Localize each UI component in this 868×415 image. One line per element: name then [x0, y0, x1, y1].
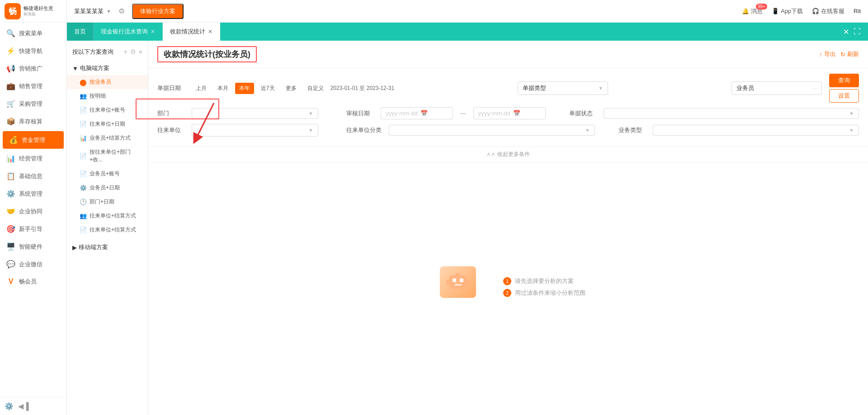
- add-scheme-icon[interactable]: +: [123, 48, 127, 56]
- audit-date-label: 审核日期: [346, 109, 373, 118]
- quick-nav-icon: ⚡: [6, 47, 15, 55]
- sidebar-item-search[interactable]: 🔍 搜索菜单: [0, 24, 66, 42]
- empty-box: [440, 266, 476, 298]
- scheme-item-dept-date[interactable]: 🕐 部门+日期: [67, 195, 148, 209]
- tabbar-right: ✕ ⛶: [843, 28, 868, 36]
- scheme-item-partner-settle3[interactable]: 📄 往来单位+结算方式: [67, 223, 148, 237]
- date-btn-custom[interactable]: 自定义: [303, 83, 328, 94]
- refresh-button[interactable]: ↻ 刷新: [840, 50, 859, 58]
- export-button[interactable]: ↑ 导出: [820, 50, 836, 58]
- username-display: 某某某某某: [74, 7, 104, 15]
- scheme-item-partner-account[interactable]: 📄 往来单位+账号: [67, 103, 148, 117]
- collapse-panel-icon[interactable]: «: [139, 48, 142, 56]
- trial-button[interactable]: 体验行业方案: [132, 4, 184, 19]
- dept-select[interactable]: ▼: [192, 108, 318, 119]
- date-btn-7days[interactable]: 近7天: [257, 83, 279, 94]
- app-badge: 标准版: [24, 11, 53, 17]
- tab-bank-flow-close[interactable]: ✕: [151, 28, 155, 35]
- settings-icon[interactable]: ⚙: [118, 7, 125, 15]
- sidebar-item-system[interactable]: ⚙️ 系统管理: [0, 185, 66, 203]
- svg-rect-6: [467, 280, 470, 285]
- sidebar-item-enterprise[interactable]: 🤝 企业协同: [0, 203, 66, 220]
- purchase-icon: 🛒: [6, 99, 15, 108]
- app-download-label: App下载: [781, 7, 803, 15]
- export-icon: ↑: [820, 51, 823, 58]
- query-button[interactable]: 查询: [829, 74, 859, 87]
- tab-receipt-stat-label: 收款情况统计: [170, 28, 205, 36]
- sidebar-item-guide[interactable]: 🎯 新手引导: [0, 220, 66, 238]
- scheme-item-partner-settle2[interactable]: 👥 往来单位+结算方式: [67, 209, 148, 223]
- sidebar-item-inventory[interactable]: 📦 库存核算: [0, 113, 66, 130]
- partner-label: 往来单位: [157, 126, 184, 134]
- sidebar-bottom: ⚙️ ◀▐: [0, 397, 66, 415]
- empty-tip-1: 1 请先选择要分析的方案: [503, 277, 585, 285]
- date-btn-more[interactable]: 更多: [282, 83, 301, 94]
- doc-status-select[interactable]: ▼: [604, 108, 859, 119]
- sidebar-item-purchase[interactable]: 🛒 采购管理: [0, 95, 66, 113]
- mobile-scheme-title[interactable]: ▶ 移动端方案: [67, 241, 148, 254]
- topbar: 某某某某某 ▼ ⚙ 体验行业方案 🔔 消息 99+ 📱 App下载 🎧 在线客服…: [67, 0, 868, 23]
- main-area: 某某某某某 ▼ ⚙ 体验行业方案 🔔 消息 99+ 📱 App下载 🎧 在线客服…: [67, 0, 868, 415]
- scheme-item-partner-date[interactable]: 📄 往来单位+日期: [67, 117, 148, 131]
- sidebar-item-quicknav[interactable]: ⚡ 快捷导航: [0, 42, 66, 60]
- user-info[interactable]: 某某某某某 ▼: [74, 7, 111, 15]
- sidebar-label-member: 畅会员: [19, 278, 37, 286]
- biz-type-select[interactable]: ▼: [653, 125, 859, 136]
- sidebar-item-marketing[interactable]: 📢 营销推广: [0, 60, 66, 77]
- sidebar-item-member[interactable]: V 畅会员: [0, 273, 66, 290]
- settings-bottom-icon[interactable]: ⚙️: [5, 402, 14, 410]
- sidebar-item-operation[interactable]: 📊 经营管理: [0, 150, 66, 167]
- partner-category-select[interactable]: ▼: [389, 125, 595, 136]
- sidebar-item-wechat[interactable]: 💬 企业微信: [0, 255, 66, 273]
- app-download-button[interactable]: 📱 App下载: [772, 7, 803, 15]
- doc-type-select[interactable]: 单据类型 ▼: [518, 81, 608, 95]
- tab-bank-flow[interactable]: 现金银行流水查询 ✕: [94, 23, 163, 41]
- date-btn-last-month[interactable]: 上月: [192, 83, 211, 94]
- date-range-display: 2023-01-01 至 2023-12-31: [330, 85, 394, 92]
- sidebar-item-sales[interactable]: 💼 销售管理: [0, 77, 66, 95]
- tab-receipt-stat-close[interactable]: ✕: [208, 28, 212, 35]
- scheme-item-by-detail[interactable]: 👥 按明细: [67, 89, 148, 103]
- desktop-scheme-title[interactable]: ▼ 电脑端方案: [67, 61, 148, 75]
- sidebar-item-capital[interactable]: 💰 资金管理: [3, 131, 64, 149]
- collapse-bar[interactable]: ∧∧ 收起更多条件: [148, 147, 868, 162]
- online-service-button[interactable]: 🎧 在线客服: [812, 7, 844, 15]
- mobile-scheme-group: ▶ 移动端方案: [67, 239, 148, 256]
- wechat-icon: 💬: [6, 260, 15, 269]
- empty-tips: 1 请先选择要分析的方案 2 用过滤条件来缩小分析范围: [503, 277, 585, 301]
- messages-button[interactable]: 🔔 消息 99+: [742, 7, 763, 15]
- scheme-icon-ps3: 📄: [80, 226, 87, 233]
- tab-receipt-stat[interactable]: 收款情况统计 ✕: [163, 23, 220, 41]
- staff-select[interactable]: 业务员 ···: [731, 81, 822, 95]
- audit-date-end-input[interactable]: yyyy-mm-dd 📅: [473, 107, 546, 119]
- scheme-item-staff-settle[interactable]: 📊 业务员+结算方式: [67, 131, 148, 145]
- scheme-settings-icon[interactable]: ⚙: [130, 48, 136, 56]
- tip-text-1: 请先选择要分析的方案: [515, 277, 574, 285]
- scheme-item-partner-dept-recv[interactable]: 📄 按往来单位+部门+收...: [67, 145, 148, 167]
- user-dropdown-icon[interactable]: ▼: [106, 9, 111, 14]
- date-btn-this-year[interactable]: 本年: [235, 83, 254, 94]
- sidebar-item-basic[interactable]: 📋 基础信息: [0, 167, 66, 185]
- tab-close-all-icon[interactable]: ✕: [843, 28, 849, 36]
- tab-expand-icon[interactable]: ⛶: [854, 28, 861, 36]
- audit-date-start-input[interactable]: yyyy-mm-dd 📅: [381, 107, 453, 119]
- filter-row-1: 单据日期 上月 本月 本年 近7天 更多 自定义 2023-01-01 至 20…: [157, 74, 859, 103]
- scheme-icon-pa: 📄: [80, 107, 87, 113]
- desktop-scheme-group: ▼ 电脑端方案 ⬤ 按业务员 👥 按明细 📄 往来单位+账号 📄: [67, 60, 148, 239]
- scheme-item-by-staff[interactable]: ⬤ 按业务员: [67, 75, 148, 89]
- set-button[interactable]: 设置: [829, 89, 859, 103]
- partner-select[interactable]: ··· ▼: [192, 124, 318, 137]
- scheme-item-staff-date[interactable]: ⚙️ 业务员+日期: [67, 181, 148, 195]
- scheme-item-staff-account[interactable]: 📄 业务员+账号: [67, 167, 148, 181]
- app-name: 畅捷通好生意: [24, 5, 53, 11]
- tip-num-1: 1: [503, 277, 511, 285]
- sidebar-item-hardware[interactable]: 🖥️ 智能硬件: [0, 238, 66, 255]
- date-buttons-group: 上月 本月 本年 近7天 更多 自定义 2023-01-01 至 2023-12…: [192, 83, 394, 94]
- scheme-label-staff-settle: 业务员+结算方式: [90, 134, 131, 142]
- collapse-sidebar-icon[interactable]: ◀▐: [18, 402, 28, 410]
- tab-home[interactable]: 首页: [67, 23, 94, 41]
- scheme-label-by-staff: 按业务员: [90, 78, 111, 86]
- date-btn-this-month[interactable]: 本月: [213, 83, 232, 94]
- online-service-label: 在线客服: [821, 7, 844, 15]
- scheme-icon-by-staff: ⬤: [80, 79, 87, 86]
